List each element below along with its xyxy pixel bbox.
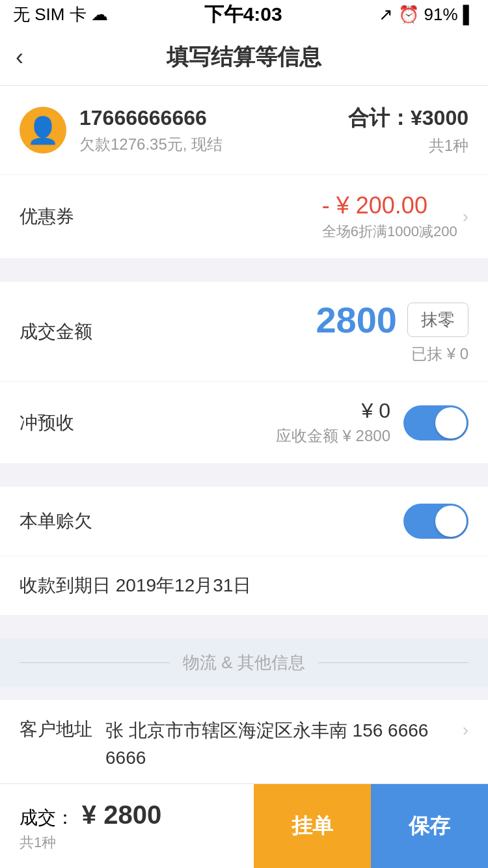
prepay-value-group: ¥ 0 应收金额 ¥ 2800 bbox=[276, 399, 390, 446]
bottom-deal-line: 成交： ¥ 2800 bbox=[20, 800, 234, 830]
deal-amount-value: 2800 bbox=[316, 299, 397, 341]
section-gap-1 bbox=[0, 269, 488, 282]
total-count: 共1种 bbox=[348, 135, 468, 156]
customer-info: 17666666666 欠款1276.35元, 现结 bbox=[79, 106, 223, 155]
duedate-value: 2019年12月31日 bbox=[116, 575, 252, 595]
status-right: ↗ ⏰ 91% ▌ bbox=[379, 5, 475, 25]
section-gap-4 bbox=[0, 687, 488, 700]
address-value: 张 北京市市辖区海淀区永丰南 156 6666 6666 bbox=[105, 717, 456, 772]
status-left: 无 SIM 卡 ☁ bbox=[13, 3, 108, 26]
prepay-sub: 应收金额 ¥ 2800 bbox=[276, 426, 390, 446]
divider-line-right bbox=[318, 662, 468, 663]
customer-row: 👤 17666666666 欠款1276.35元, 现结 合计：¥3000 共1… bbox=[0, 86, 488, 174]
prepay-label: 冲预收 bbox=[20, 411, 74, 435]
battery-level: 91% bbox=[424, 5, 458, 25]
divider-section: 物流 & 其他信息 bbox=[0, 638, 488, 687]
debt-row: 本单赊欠 bbox=[0, 487, 488, 556]
section-gap-2 bbox=[0, 474, 488, 487]
toggle-thumb bbox=[435, 407, 467, 439]
bottom-bar: 成交： ¥ 2800 共1种 挂单 保存 bbox=[0, 783, 488, 868]
coupon-info: - ¥ 200.00 全场6折满1000减200 bbox=[322, 192, 457, 241]
coupon-row[interactable]: 优惠券 - ¥ 200.00 全场6折满1000减200 › bbox=[0, 174, 488, 258]
coupon-description: 全场6折满1000减200 bbox=[322, 222, 457, 241]
bottom-summary: 成交： ¥ 2800 共1种 bbox=[0, 800, 254, 852]
status-time: 下午4:03 bbox=[204, 1, 282, 28]
section-gap-3 bbox=[0, 625, 488, 638]
avatar: 👤 bbox=[20, 107, 66, 154]
customer-total: 合计：¥3000 共1种 bbox=[348, 104, 468, 156]
address-row[interactable]: 客户地址 张 北京市市辖区海淀区永丰南 156 6666 6666 › bbox=[0, 700, 488, 789]
content: 👤 17666666666 欠款1276.35元, 现结 合计：¥3000 共1… bbox=[0, 86, 488, 868]
prepay-toggle[interactable] bbox=[403, 405, 468, 441]
coupon-right: - ¥ 200.00 全场6折满1000减200 › bbox=[322, 192, 468, 241]
hang-button[interactable]: 挂单 bbox=[254, 784, 371, 869]
divider-text: 物流 & 其他信息 bbox=[170, 651, 318, 674]
deal-amount-row: 成交金额 2800 抹零 已抹 ¥ 0 bbox=[0, 282, 488, 382]
duedate-row: 收款到期日 2019年12月31日 bbox=[0, 556, 488, 615]
debt-toggle-thumb bbox=[435, 506, 467, 537]
customer-phone: 17666666666 bbox=[79, 106, 223, 130]
customer-card: 👤 17666666666 欠款1276.35元, 现结 合计：¥3000 共1… bbox=[0, 86, 488, 258]
location-icon: ↗ bbox=[379, 5, 393, 25]
prepay-amount: ¥ 0 bbox=[276, 399, 390, 423]
address-chevron-icon: › bbox=[463, 720, 468, 740]
deal-amount-value-group: 2800 抹零 bbox=[316, 299, 468, 341]
deal-section: 成交金额 2800 抹零 已抹 ¥ 0 冲预收 ¥ 0 应收金额 ¥ 2800 bbox=[0, 282, 488, 463]
nav-bar: ‹ 填写结算等信息 bbox=[0, 29, 488, 86]
address-section: 客户地址 张 北京市市辖区海淀区永丰南 156 6666 6666 › bbox=[0, 700, 488, 789]
customer-left: 👤 17666666666 欠款1276.35元, 现结 bbox=[20, 106, 223, 155]
prepay-right: ¥ 0 应收金额 ¥ 2800 bbox=[276, 399, 468, 446]
nav-title: 填写结算等信息 bbox=[167, 42, 321, 72]
total-amount: 合计：¥3000 bbox=[348, 104, 468, 133]
round-button[interactable]: 抹零 bbox=[407, 303, 468, 337]
debt-label: 本单赊欠 bbox=[20, 509, 92, 534]
duedate-label: 收款到期日 bbox=[20, 575, 111, 595]
save-button[interactable]: 保存 bbox=[371, 784, 488, 869]
deal-amount-label: 成交金额 bbox=[20, 319, 92, 344]
deal-sub-label: 已抹 ¥ 0 bbox=[411, 344, 468, 364]
status-bar: 无 SIM 卡 ☁ 下午4:03 ↗ ⏰ 91% ▌ bbox=[0, 0, 488, 29]
avatar-icon: 👤 bbox=[27, 115, 59, 146]
chevron-right-icon: › bbox=[463, 206, 468, 227]
debt-toggle[interactable] bbox=[403, 504, 468, 539]
bottom-deal-amount: ¥ 2800 bbox=[82, 800, 161, 829]
address-label: 客户地址 bbox=[20, 717, 92, 742]
debt-section: 本单赊欠 收款到期日 2019年12月31日 bbox=[0, 487, 488, 615]
back-button[interactable]: ‹ bbox=[16, 44, 23, 71]
coupon-label: 优惠券 bbox=[20, 204, 74, 229]
coupon-discount: - ¥ 200.00 bbox=[322, 192, 457, 219]
bottom-deal-label: 成交： bbox=[20, 807, 74, 828]
bottom-count: 共1种 bbox=[20, 833, 234, 852]
sim-status: 无 SIM 卡 ☁ bbox=[13, 3, 108, 26]
prepay-row: 冲预收 ¥ 0 应收金额 ¥ 2800 bbox=[0, 382, 488, 463]
battery-icon: ▌ bbox=[463, 5, 475, 25]
customer-debt: 欠款1276.35元, 现结 bbox=[79, 134, 223, 155]
alarm-icon: ⏰ bbox=[398, 5, 419, 25]
divider-line-left bbox=[20, 662, 170, 663]
